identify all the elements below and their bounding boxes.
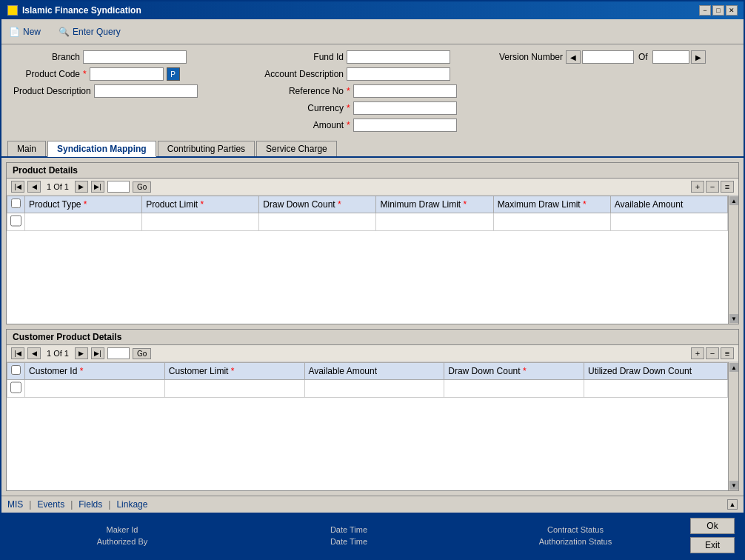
account-description-input[interactable] [347,67,450,81]
tab-main[interactable]: Main [7,141,46,156]
pd-add-button[interactable]: + [691,181,704,193]
table-row [7,380,728,398]
cpd-prev-button[interactable]: ◀ [27,347,41,359]
cpd-available-amount-input[interactable] [308,383,441,395]
enter-query-button[interactable]: 🔍 Enter Query [56,25,124,39]
pd-max-draw-limit-input[interactable] [497,216,607,228]
product-details-table: Product Type * Product Limit * Draw Down… [7,196,728,231]
main-window: Islamic Finance Syndication − □ ✕ 📄 New … [0,0,745,560]
cpd-utilized-draw-down-input[interactable] [587,383,724,395]
scroll-up-button[interactable]: ▲ [727,499,738,510]
nav-mis[interactable]: MIS [7,499,23,510]
maker-id-label: Maker Id [10,525,234,534]
currency-input[interactable] [353,101,457,115]
pd-next-button[interactable]: ▶ [75,181,88,193]
amount-label: Amount [255,120,344,130]
cpd-first-button[interactable]: |◀ [11,347,24,359]
product-details-section: Product Details |◀ ◀ 1 Of 1 ▶ ▶| Go + − … [6,162,739,324]
close-button[interactable]: ✕ [726,5,738,16]
version-next-button[interactable]: ▶ [691,50,706,64]
fund-id-input[interactable] [347,50,450,64]
new-label: New [23,27,41,37]
pd-pagination: 1 Of 1 [44,182,72,191]
pd-col-product-type: Product Type * [25,196,142,213]
minimize-button[interactable]: − [699,5,711,16]
pd-scrollbar[interactable]: ▲ ▼ [728,196,738,324]
status-bar: Maker Id Authorized By Date Time Date Ti… [1,513,744,559]
account-desc-label: Account Description [255,69,344,79]
reference-no-input[interactable] [353,84,457,98]
pd-product-limit-input[interactable] [145,216,255,228]
authorized-by-label: Authorized By [10,537,234,546]
pd-menu-button[interactable]: ≡ [721,181,734,193]
customer-details-table: Customer Id * Customer Limit * Available… [7,362,728,398]
cpd-menu-button[interactable]: ≡ [721,347,734,359]
pd-col-available-amount: Available Amount [610,196,727,213]
window-title: Islamic Finance Syndication [22,5,141,16]
new-button[interactable]: 📄 New [6,25,44,39]
customer-product-details-section: Customer Product Details |◀ ◀ 1 Of 1 ▶ ▶… [6,329,739,491]
cpd-add-button[interactable]: + [691,347,704,359]
date-time-label2: Date Time [237,537,461,546]
cpd-scrollbar[interactable]: ▲ ▼ [728,362,738,490]
product-details-header: Product Details [7,163,738,179]
pd-select-all-checkbox[interactable] [11,199,21,208]
cpd-go-button[interactable]: Go [133,348,151,359]
product-desc-label: Product Description [13,86,91,96]
tab-contributing-parties[interactable]: Contributing Parties [158,141,255,156]
action-buttons: Ok Exit [690,518,735,553]
pd-col-min-draw-limit: Minimum Draw Limit * [376,196,493,213]
pd-min-draw-limit-input[interactable] [379,216,490,228]
status-cell: Contract Status Authorization Status [464,525,687,546]
cpd-select-all-checkbox[interactable] [11,365,21,375]
pd-product-type-input[interactable] [28,216,138,228]
nav-linkage[interactable]: Linkage [116,499,147,510]
pd-check-header [7,196,25,213]
tab-service-charge[interactable]: Service Charge [256,141,337,156]
cpd-check-header [7,363,25,380]
pd-go-button[interactable]: Go [133,181,151,193]
nav-fields[interactable]: Fields [78,499,102,510]
cpd-last-button[interactable]: ▶| [91,347,104,359]
nav-events[interactable]: Events [37,499,64,510]
version-prev-button[interactable]: ◀ [566,50,581,64]
pd-col-max-draw-limit: Maximum Draw Limit * [493,196,610,213]
product-description-input[interactable] [94,84,198,98]
pd-row-checkbox[interactable] [10,215,21,227]
pd-last-button[interactable]: ▶| [91,181,104,193]
cpd-remove-button[interactable]: − [706,347,719,359]
amount-input[interactable] [353,119,457,132]
cpd-col-utilized-draw-down: Utilized Draw Down Count [584,363,728,380]
product-code-label: Product Code [13,69,80,79]
of-label: Of [635,52,651,62]
ok-button[interactable]: Ok [690,518,735,534]
currency-label: Currency [255,103,344,113]
version-of-input[interactable] [652,50,689,64]
fund-id-label: Fund Id [255,52,344,62]
maximize-button[interactable]: □ [712,5,724,16]
cpd-col-available-amount: Available Amount [304,363,444,380]
authorization-status-label: Authorization Status [464,537,687,546]
version-number-input[interactable] [582,50,634,64]
cpd-draw-down-count-input[interactable] [447,383,581,395]
pd-remove-button[interactable]: − [706,181,719,193]
pd-draw-down-count-input[interactable] [262,216,372,228]
branch-input[interactable] [83,50,187,64]
tabs-bar: Main Syndication Mapping Contributing Pa… [1,138,744,158]
exit-button[interactable]: Exit [690,537,735,553]
tab-syndication-mapping[interactable]: Syndication Mapping [47,141,156,157]
cpd-next-button[interactable]: ▶ [75,347,88,359]
pd-go-input[interactable] [107,181,130,193]
pd-prev-button[interactable]: ◀ [27,181,41,193]
pd-first-button[interactable]: |◀ [11,181,24,193]
pd-available-amount-input[interactable] [614,216,724,228]
cpd-customer-id-input[interactable] [28,383,161,395]
form-area: Branch Product Code * P Product Descript… [1,44,744,138]
app-icon [7,5,18,16]
bottom-nav: MIS | Events | Fields | Linkage ▲ [1,496,744,513]
cpd-customer-limit-input[interactable] [168,383,301,395]
product-code-input[interactable] [90,67,164,81]
cpd-go-input[interactable] [107,347,130,359]
product-code-lookup-button[interactable]: P [167,67,180,81]
cpd-row-checkbox[interactable] [10,381,21,393]
